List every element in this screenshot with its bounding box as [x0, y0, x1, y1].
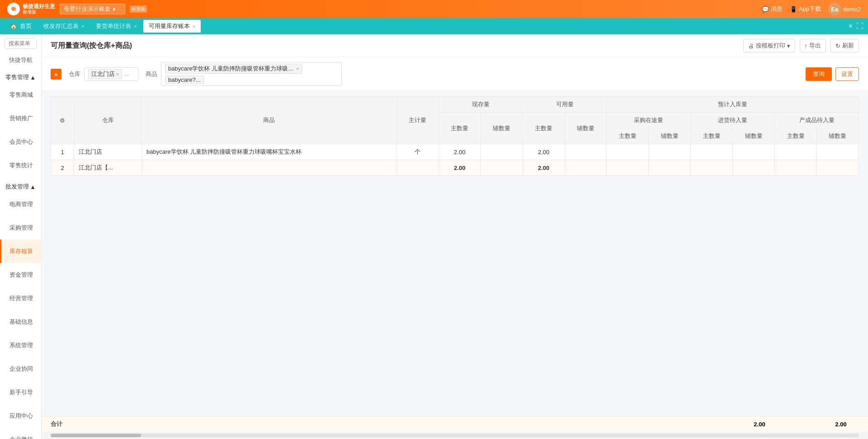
tab-collect[interactable]: 收发存汇总表 ×	[38, 20, 90, 33]
table-container: ⚙ 仓库 商品 主计量 现存量 可用量 预计入库量 主数量 辅数量 主数量 辅数…	[42, 91, 868, 416]
query-btn[interactable]: 查询	[806, 67, 832, 81]
row2-production-main	[775, 160, 817, 176]
sidebar-item-label: 新手引导	[9, 388, 33, 397]
sidebar-item-label: 系统管理	[9, 341, 33, 349]
sidebar-item-label: 基础信息	[9, 318, 33, 326]
warehouse-tags[interactable]: 江北门店 × ...	[84, 67, 138, 81]
th-stock-main: 主数量	[439, 113, 481, 144]
row1-purchase-sub	[649, 144, 691, 160]
sidebar-item-guide[interactable]: 新手引导	[0, 381, 41, 404]
refresh-icon: ↻	[835, 42, 840, 49]
sidebar-item-label: 批发管理	[5, 183, 29, 191]
tab-home[interactable]: 🏠 首页	[5, 20, 37, 33]
settings-btn[interactable]: 设置	[835, 67, 859, 81]
tab-demand[interactable]: 要货单统计表 ×	[90, 20, 142, 33]
page-title: 可用量查询(按仓库+商品)	[51, 41, 132, 51]
sidebar-item-basic-info[interactable]: 基础信息	[0, 310, 41, 334]
user-name: demo2	[843, 6, 861, 13]
warehouse-label: 仓库	[69, 70, 80, 78]
main-layout: 快捷导航 零售管理 ▲ 零售商城 营销推广 会员中心 零售统计 批发管理 ▲ 电…	[0, 34, 868, 439]
row1-production-main	[775, 144, 817, 160]
expand-btn[interactable]: ⛶	[856, 22, 863, 30]
sidebar-item-collab[interactable]: 企业协同	[0, 357, 41, 381]
sidebar-item-system[interactable]: 系统管理	[0, 334, 41, 357]
row2-unit	[396, 160, 439, 176]
product-tag-text-2: babycare?...	[168, 76, 201, 83]
tab-collect-close[interactable]: ×	[81, 24, 84, 29]
table-row: 2 江北门店【... 2.00 2.00	[51, 160, 859, 176]
sidebar: 快捷导航 零售管理 ▲ 零售商城 营销推广 会员中心 零售统计 批发管理 ▲ 电…	[0, 34, 42, 439]
print-label: 按模板打印	[756, 42, 785, 50]
tab-demand-close[interactable]: ×	[134, 24, 137, 29]
sidebar-item-label: 会员中心	[9, 138, 33, 146]
export-label: 导出	[809, 42, 821, 50]
sidebar-item-label: 资金管理	[9, 271, 33, 279]
th-stock-group: 现存量	[439, 97, 523, 113]
product-filter: 商品 babycare学饮杯 儿童防摔防撞吸管杯重力球吸嘴杯宝宝水杯 × bab…	[146, 62, 342, 86]
industry-label: 母婴行业演示账套	[64, 5, 111, 13]
product-tag-close[interactable]: ×	[296, 66, 299, 71]
product-tag-2: babycare?...	[165, 76, 204, 84]
close-all-tabs-btn[interactable]: ×	[849, 22, 853, 30]
tab-available-close[interactable]: ×	[193, 24, 195, 29]
sidebar-item-ecommerce[interactable]: 电商管理	[0, 193, 41, 216]
row2-stock-sub	[481, 160, 523, 176]
sidebar-item-member[interactable]: 会员中心	[0, 130, 41, 154]
sidebar-item-label: 零售商城	[9, 91, 33, 99]
search-input[interactable]	[5, 38, 37, 49]
app-download-label: App下载	[799, 5, 821, 13]
sidebar-item-marketing[interactable]: 营销推广	[0, 107, 41, 130]
row2-num: 2	[51, 160, 74, 176]
sidebar-search-container	[0, 34, 41, 52]
message-label: 消息	[771, 5, 783, 13]
user-menu[interactable]: Ea demo2	[828, 3, 861, 15]
data-table: ⚙ 仓库 商品 主计量 现存量 可用量 预计入库量 主数量 辅数量 主数量 辅数…	[51, 96, 859, 176]
th-unit: 主计量	[396, 97, 439, 144]
scrollbar-thumb[interactable]	[51, 434, 141, 437]
sidebar-item-retail-stats[interactable]: 零售统计	[0, 154, 41, 177]
sidebar-item-finance[interactable]: 资金管理	[0, 263, 41, 287]
row1-product: babycare学饮杯 儿童防摔防撞吸管杯重力球吸嘴杯宝宝水杯	[142, 144, 397, 160]
filter-more-icon[interactable]: ...	[124, 71, 129, 77]
sidebar-item-purchase[interactable]: 采购管理	[0, 216, 41, 240]
export-btn[interactable]: ↑ 导出	[800, 39, 826, 52]
sidebar-item-retail-mgmt[interactable]: 零售管理 ▲	[0, 70, 41, 83]
row2-stock-main: 2.00	[439, 160, 481, 176]
sidebar-item-operations[interactable]: 经营管理	[0, 287, 41, 310]
sidebar-item-label: 营销推广	[9, 114, 33, 123]
scrollbar-track	[51, 434, 859, 437]
quick-nav-btn[interactable]: 快捷导航	[0, 52, 41, 68]
column-settings[interactable]: ⚙	[51, 97, 74, 144]
logo-icon: 畅	[7, 3, 20, 15]
sidebar-item-inventory[interactable]: 库存核算	[0, 240, 41, 263]
industry-select[interactable]: 母婴行业演示账套 ▾	[60, 4, 125, 14]
standard-tag: 标准版	[130, 5, 147, 13]
refresh-btn[interactable]: ↻ 刷新	[830, 39, 859, 52]
nav-tabs: 🏠 首页 收发存汇总表 × 要货单统计表 × 可用量库存账本 × × ⛶	[0, 18, 868, 34]
page-header: 可用量查询(按仓库+商品) 🖨 按模板打印 ▾ ↑ 导出 ↻ 刷新	[42, 34, 868, 57]
row1-inbound-main	[691, 144, 733, 160]
th-inbound-sub: 辅数量	[733, 128, 775, 144]
row1-purchase-main	[607, 144, 649, 160]
sidebar-item-label: 采购管理	[9, 224, 33, 232]
row1-warehouse: 江北门店	[74, 144, 142, 160]
tab-available[interactable]: 可用量库存账本 ×	[143, 20, 201, 33]
sidebar-item-app-center[interactable]: 应用中心	[0, 404, 41, 428]
row2-production-sub	[816, 160, 859, 176]
message-btn[interactable]: 💬 消息	[762, 5, 783, 13]
sidebar-item-label: 应用中心	[9, 412, 33, 420]
sidebar-item-retail-store[interactable]: 零售商城	[0, 83, 41, 107]
print-btn[interactable]: 🖨 按模板打印 ▾	[743, 39, 795, 52]
print-icon: 🖨	[748, 42, 754, 49]
row2-inbound-sub	[733, 160, 775, 176]
app-download-btn[interactable]: 📱 App下载	[790, 5, 821, 13]
product-tags[interactable]: babycare学饮杯 儿童防摔防撞吸管杯重力球吸嘴杯宝宝水杯 × babyca…	[161, 62, 342, 86]
sidebar-item-enterprise-wechat[interactable]: 企业微信	[0, 428, 41, 439]
th-production-main: 主数量	[775, 128, 817, 144]
chevron-down-icon: ▾	[787, 42, 790, 49]
scrollbar-container	[42, 432, 868, 439]
sidebar-item-wholesale[interactable]: 批发管理 ▲	[0, 179, 41, 193]
refresh-label: 刷新	[842, 42, 854, 50]
warehouse-tag-close[interactable]: ×	[116, 71, 119, 77]
filter-expand-btn[interactable]: »	[51, 69, 61, 80]
